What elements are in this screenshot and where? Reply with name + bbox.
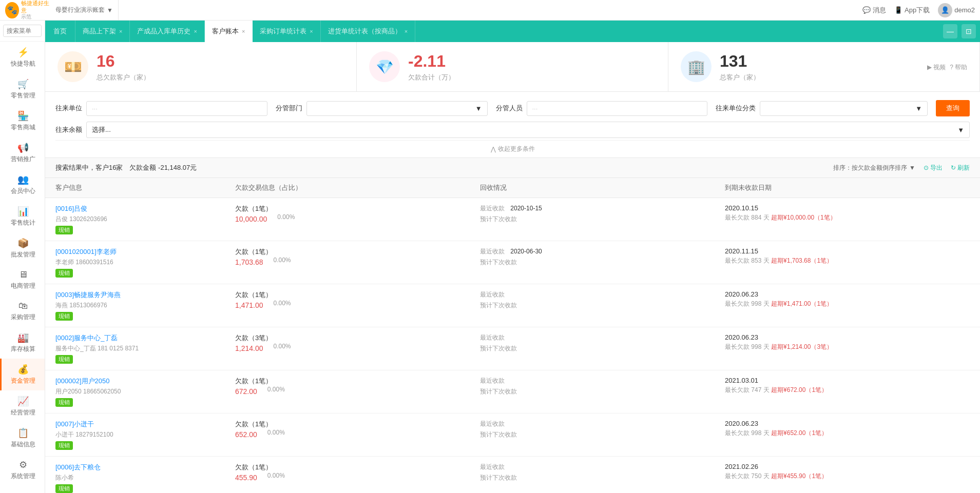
- cell-customer: [0006]去下粮仓 陈小希 现销: [55, 463, 235, 493]
- overdue-amount-link[interactable]: 超期¥672.00（1笔）: [771, 386, 828, 393]
- overdue-days: 最长欠款 853 天 超期¥1,703.68（1笔）: [725, 257, 970, 265]
- stat-total-icon: 🏢: [681, 51, 712, 82]
- debt-amount[interactable]: 455.90: [235, 474, 257, 482]
- message-action[interactable]: 💬 消息: [862, 6, 886, 15]
- tab-minimize-btn[interactable]: —: [943, 24, 957, 38]
- tab-客户账本[interactable]: 客户账本×: [205, 21, 253, 42]
- customer-name-link[interactable]: [0016]吕俊: [55, 204, 235, 213]
- tab-close-btn[interactable]: ×: [310, 28, 313, 34]
- customer-name-link[interactable]: [0006]去下粮仓: [55, 463, 235, 472]
- rec-label: 最近收款: [480, 420, 725, 428]
- customer-name-link[interactable]: [0002]服务中心_丁磊: [55, 333, 235, 343]
- sidebar-item-corp-collab[interactable]: 🤝企业协同: [0, 486, 45, 493]
- collapse-filter-btn[interactable]: ⋀ 收起更多条件: [55, 140, 970, 153]
- customer-name-link[interactable]: [0001020001]李老师: [55, 247, 235, 257]
- retail-stats-icon: 📊: [17, 206, 29, 217]
- customer-name-link[interactable]: [0007]小迸干: [55, 420, 235, 429]
- overdue-amount-link[interactable]: 超期¥1,471.00（1笔）: [771, 300, 833, 307]
- system-mgmt-icon: ⚙: [19, 459, 27, 470]
- rec-label: 最近收款: [480, 290, 725, 299]
- logo-text: 畅捷通好生意 示范: [21, 0, 50, 19]
- store-name: 母婴行业演示账套: [55, 6, 105, 14]
- tab-close-btn[interactable]: ×: [405, 28, 408, 34]
- cell-customer: [0016]吕俊 吕俊 13026203696 现销: [55, 204, 235, 234]
- overdue-amount-link[interactable]: 超期¥10,000.00（1笔）: [771, 214, 836, 221]
- cell-recovery: 最近收款 预计下次收款: [480, 290, 725, 310]
- debt-amount[interactable]: 652.00: [235, 430, 257, 439]
- rec-label: 最近收款 2020-06-30: [480, 247, 725, 256]
- overdue-date: 2021.03.01: [725, 377, 970, 384]
- sidebar-item-label: 库存核算: [11, 345, 35, 353]
- search-button[interactable]: 查询: [936, 100, 970, 116]
- sidebar-item-label: 零售统计: [11, 219, 35, 227]
- sidebar-item-purchase-mgmt[interactable]: 🛍采购管理: [0, 295, 45, 327]
- tab-close-btn[interactable]: ×: [194, 28, 197, 34]
- sidebar-item-label: 营销推广: [11, 155, 35, 164]
- sidebar-search-input[interactable]: [3, 25, 42, 37]
- cell-overdue: 2020.10.15 最长欠款 884 天 超期¥10,000.00（1笔）: [725, 204, 970, 222]
- help-action[interactable]: ? 帮助: [950, 63, 967, 72]
- cell-customer: [000002]用户2050 用户2050 18665062050 现销: [55, 377, 235, 407]
- tab-采购订单统计表[interactable]: 采购订单统计表×: [253, 21, 320, 42]
- app-download-action[interactable]: 📱 App下载: [894, 6, 930, 15]
- customer-tag: 现销: [55, 355, 73, 364]
- overdue-amount-link[interactable]: 超期¥455.90（1笔）: [771, 472, 828, 480]
- tab-商品上下架[interactable]: 商品上下架×: [75, 21, 130, 42]
- export-button[interactable]: ⊙ 导出: [924, 164, 943, 172]
- cell-recovery: 最近收款 预计下次收款: [480, 420, 725, 439]
- person-input[interactable]: ···: [527, 101, 708, 116]
- debt-count: 欠款（1笔）: [235, 204, 480, 213]
- unit-category-select[interactable]: ▼: [760, 101, 928, 116]
- overdue-days: 最长欠款 747 天 超期¥672.00（1笔）: [725, 386, 970, 395]
- sort-selector[interactable]: 排序：按欠款金额倒序排序 ▼: [833, 164, 915, 172]
- sidebar-item-label: 零售商城: [11, 123, 35, 132]
- sidebar-item-quick-nav[interactable]: ⚡快捷导航: [0, 42, 45, 73]
- dept-select[interactable]: ▼: [306, 101, 488, 116]
- debt-amount[interactable]: 1,703.68: [235, 258, 263, 266]
- debt-amount[interactable]: 10,000.00: [235, 215, 267, 223]
- user-action[interactable]: 👤 demo2: [938, 3, 975, 17]
- store-dropdown-icon: ▼: [107, 7, 113, 14]
- overdue-amount-link[interactable]: 超期¥652.00（1笔）: [771, 429, 828, 437]
- tab-首页[interactable]: 首页: [45, 21, 75, 42]
- debt-amount[interactable]: 1,214.00: [235, 344, 263, 352]
- customer-meta: 吕俊 13026203696: [55, 215, 235, 224]
- cell-customer: [0001020001]李老师 李老师 18600391516 现销: [55, 247, 235, 278]
- sidebar-item-retail-stats[interactable]: 📊零售统计: [0, 201, 45, 232]
- sidebar-item-retail-mgmt[interactable]: 🛒零售管理: [0, 73, 45, 105]
- cell-debt: 欠款（1笔） 455.90 0.00%: [235, 463, 480, 482]
- sidebar-item-ops-mgmt[interactable]: 📈经营管理: [0, 390, 45, 422]
- balance-select[interactable]: 选择... ▼: [86, 122, 970, 138]
- refresh-button[interactable]: ↻ 刷新: [951, 164, 970, 172]
- sidebar-item-batch-mgmt[interactable]: 📦批发管理: [0, 232, 45, 264]
- sidebar-item-member[interactable]: 👥会员中心: [0, 169, 45, 201]
- sidebar-item-system-mgmt[interactable]: ⚙系统管理: [0, 454, 45, 486]
- tab-进货单统计表（按商品）[interactable]: 进货单统计表（按商品）×: [321, 21, 415, 42]
- sidebar-item-basic-info[interactable]: 📋基础信息: [0, 422, 45, 454]
- sidebar-item-marketing[interactable]: 📢营销推广: [0, 137, 45, 169]
- sidebar-item-capital-mgmt[interactable]: 💰资金管理: [0, 359, 45, 390]
- debt-ratio: 0.00%: [274, 343, 291, 352]
- sidebar-item-inventory[interactable]: 🏭库存核算: [0, 327, 45, 359]
- tab-close-btn[interactable]: ×: [242, 28, 245, 34]
- tab-expand-btn[interactable]: ⊡: [962, 24, 976, 38]
- sidebar-item-ecom-mgmt[interactable]: 🖥电商管理: [0, 264, 45, 295]
- store-selector[interactable]: 母婴行业演示账套 ▼: [50, 0, 119, 20]
- overdue-days: 最长欠款 998 天 超期¥652.00（1笔）: [725, 429, 970, 438]
- stat-overdue-customers: 💴 16 总欠款客户（家）: [45, 42, 357, 91]
- debt-amount[interactable]: 672.00: [235, 387, 257, 396]
- video-action[interactable]: ▶ 视频: [927, 63, 946, 72]
- stat-overdue-amount-value: -2.11: [408, 51, 455, 71]
- overdue-amount-link[interactable]: 超期¥1,214.00（3笔）: [771, 343, 833, 350]
- overdue-amount-link[interactable]: 超期¥1,703.68（1笔）: [771, 257, 833, 264]
- customer-name-link[interactable]: [000002]用户2050: [55, 377, 235, 386]
- app-download-icon: 📱: [894, 6, 902, 14]
- debt-amount[interactable]: 1,471.00: [235, 301, 263, 309]
- from-unit-input[interactable]: ···: [86, 101, 267, 116]
- table-row: [0003]畅捷服务尹海燕 海燕 18513066976 现销 欠款（1笔） 1…: [45, 284, 980, 327]
- tab-产成品入库单历史[interactable]: 产成品入库单历史×: [130, 21, 204, 42]
- sidebar-item-retail-mall[interactable]: 🏪零售商城: [0, 105, 45, 137]
- sidebar-item-label: 系统管理: [11, 472, 35, 481]
- tab-close-btn[interactable]: ×: [119, 28, 122, 34]
- customer-name-link[interactable]: [0003]畅捷服务尹海燕: [55, 290, 235, 300]
